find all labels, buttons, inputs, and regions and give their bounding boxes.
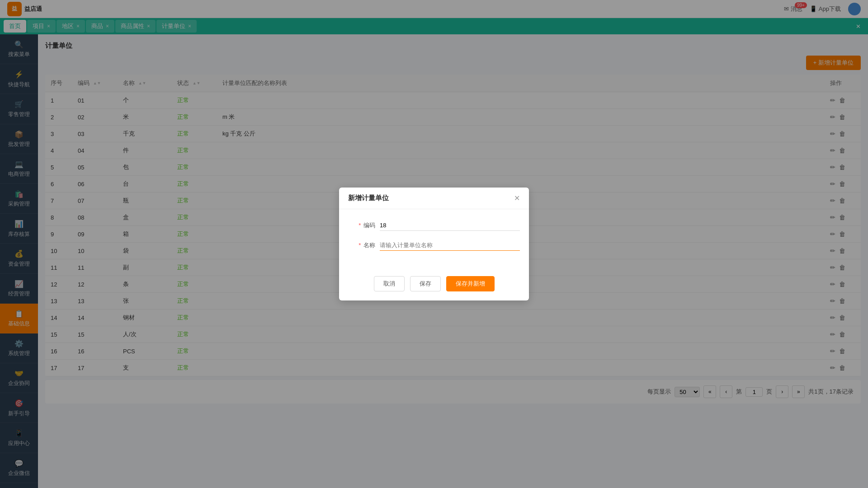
save-button[interactable]: 保存 xyxy=(410,276,441,291)
modal-close-button[interactable]: ✕ xyxy=(514,194,520,202)
form-row-name: * 名称 xyxy=(348,240,520,251)
name-input[interactable] xyxy=(380,240,520,251)
name-label: * 名称 xyxy=(348,241,375,249)
save-and-new-button[interactable]: 保存并新增 xyxy=(446,276,495,291)
modal-footer: 取消 保存 保存并新增 xyxy=(339,271,529,300)
add-unit-modal: 新增计量单位 ✕ * 编码 * 名称 取消 保存 保存并新增 xyxy=(339,188,529,300)
modal-body: * 编码 * 名称 xyxy=(339,209,529,271)
code-input[interactable] xyxy=(380,220,520,231)
required-star-name: * xyxy=(359,242,361,249)
code-label: * 编码 xyxy=(348,221,375,230)
modal-title: 新增计量单位 xyxy=(348,194,389,202)
modal-overlay: 新增计量单位 ✕ * 编码 * 名称 取消 保存 保存并新增 xyxy=(0,0,868,488)
form-row-code: * 编码 xyxy=(348,220,520,231)
modal-header: 新增计量单位 ✕ xyxy=(339,188,529,209)
required-star-code: * xyxy=(359,222,361,229)
cancel-button[interactable]: 取消 xyxy=(374,276,405,291)
